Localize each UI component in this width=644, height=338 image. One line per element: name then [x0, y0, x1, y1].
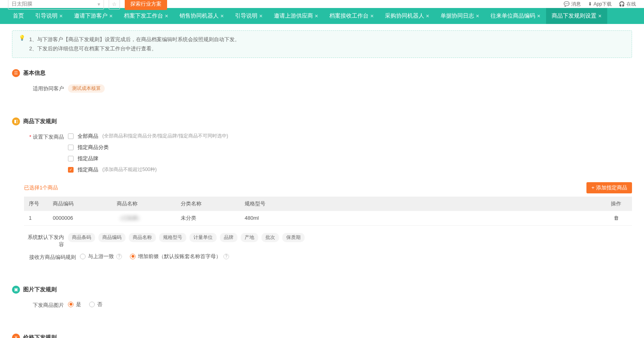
close-icon[interactable]: ✕ [370, 14, 374, 19]
close-icon[interactable]: ✕ [537, 14, 540, 19]
cell-spec: 480ml [240, 211, 600, 226]
radio-add-prefix[interactable] [130, 254, 136, 259]
section-title-price: 价格下发规则 [23, 334, 57, 338]
th-code: 商品编码 [48, 197, 112, 211]
tag-item: 计量单位 [189, 233, 217, 242]
tip-line-2: 2、下发后的详细信息可在档案下发工作台中进行查看。 [29, 44, 240, 53]
nav-tab-archive-send[interactable]: 档案下发工作台✕ [118, 8, 174, 24]
label-customer: 适用协同客户 [24, 84, 64, 92]
tag-item: 商品编码 [98, 233, 126, 242]
app-download-link[interactable]: ⬇App下载 [588, 1, 612, 8]
opt-image-yes: 是 [76, 301, 81, 308]
tag-item: 规格型号 [159, 233, 186, 242]
close-icon[interactable]: ✕ [259, 14, 263, 19]
close-icon[interactable]: ✕ [165, 14, 168, 19]
tip-line-1: 1、与下游客户【商品下发规则】设置完成后，在商品档案编辑时系统会按照规则自动下发… [29, 35, 240, 44]
cell-idx: 1 [24, 211, 48, 226]
th-spec: 规格型号 [240, 197, 600, 211]
opt-all-products: 全部商品 [78, 133, 98, 140]
label-recv-rule: 接收方商品编码规则 [24, 253, 76, 261]
opt-specific-hint: (添加商品不能超过500种) [102, 166, 157, 173]
th-category: 分类名称 [176, 197, 240, 211]
checkbox-category[interactable] [68, 145, 74, 150]
label-set-products: 设置下发商品 [24, 133, 64, 141]
section-icon: ◧ [12, 117, 20, 125]
radio-same-upstream[interactable] [80, 254, 86, 259]
add-product-button[interactable]: + 添加指定商品 [586, 182, 632, 193]
label-send-image: 下发商品图片 [24, 301, 64, 309]
nav-tab-invite-up[interactable]: 邀请上游供应商✕ [268, 8, 324, 24]
opt-same-upstream: 与上游一致 [88, 253, 114, 260]
default-tags-list: 商品条码 商品编码 商品名称 规格型号 计量单位 品牌 产地 批次 保质期 [68, 233, 632, 242]
checkbox-all-products[interactable] [68, 133, 74, 139]
product-table: 序号 商品编码 商品名称 分类名称 规格型号 操作 1 0000006 （已隐藏… [24, 197, 632, 226]
opt-brand: 指定品牌 [78, 155, 98, 162]
close-icon[interactable]: ✕ [109, 14, 113, 19]
close-icon[interactable]: ✕ [426, 14, 429, 19]
plus-icon: + [591, 185, 594, 191]
section-icon: ▣ [12, 286, 20, 294]
tag-item: 保质期 [282, 233, 305, 242]
section-icon: ☰ [12, 69, 20, 77]
download-icon: ⬇ [588, 1, 592, 7]
tag-item: 批次 [261, 233, 279, 242]
radio-image-yes[interactable] [68, 302, 74, 307]
section-icon: ¥ [12, 334, 20, 338]
nav-tab-partner-code[interactable]: 往来单位商品编码✕ [485, 8, 546, 24]
delete-icon[interactable]: 🗑 [614, 215, 619, 221]
th-action: 操作 [600, 197, 632, 211]
nav-tab-sales-bot[interactable]: 销售协同机器人✕ [174, 8, 229, 24]
section-title-basic: 基本信息 [23, 70, 46, 77]
tag-item: 产地 [241, 233, 258, 242]
help-icon[interactable]: ? [116, 254, 122, 259]
cell-name: （已隐藏） [112, 211, 176, 226]
main-nav: 首页 引导说明✕ 邀请下游客户✕ 档案下发工作台✕ 销售协同机器人✕ 引导说明✕… [0, 8, 644, 24]
section-title-image: 图片下发规则 [23, 286, 57, 293]
customer-tag: 测试成本核算 [68, 84, 105, 93]
tag-item: 商品名称 [129, 233, 156, 242]
th-name: 商品名称 [112, 197, 176, 211]
headset-icon: 🎧 [619, 1, 625, 7]
tag-item: 品牌 [220, 233, 237, 242]
table-row: 1 0000006 （已隐藏） 未分类 480ml 🗑 [24, 211, 632, 226]
selected-count: 已选择1个商品 [24, 184, 58, 191]
close-icon[interactable]: ✕ [598, 14, 602, 19]
tag-item: 商品条码 [68, 233, 95, 242]
cell-category: 未分类 [176, 211, 240, 226]
nav-tab-archive-recv[interactable]: 档案接收工作台✕ [324, 8, 379, 24]
nav-tab-invite-down[interactable]: 邀请下游客户✕ [68, 8, 118, 24]
opt-add-prefix: 增加前缀（默认按账套名称首字母） [138, 253, 221, 260]
opt-specific: 指定商品 [78, 166, 98, 173]
close-icon[interactable]: ✕ [315, 14, 318, 19]
opt-category: 指定商品分类 [78, 144, 109, 151]
th-seq: 序号 [24, 197, 48, 211]
opt-image-no: 否 [97, 301, 102, 308]
checkbox-brand[interactable] [68, 156, 74, 161]
online-link[interactable]: 🎧在线 [619, 1, 636, 8]
nav-tab-guide[interactable]: 引导说明✕ [30, 8, 68, 24]
message-icon: 💬 [564, 1, 570, 7]
cell-code: 0000006 [48, 211, 112, 226]
opt-all-hint: (全部商品和指定商品分类/指定品牌/指定商品不可同时选中) [102, 133, 228, 139]
nav-tab-purchase-bot[interactable]: 采购协同机器人✕ [379, 8, 435, 24]
tip-box: 💡 1、与下游客户【商品下发规则】设置完成后，在商品档案编辑时系统会按照规则自动… [12, 30, 632, 58]
nav-tab-rule-setting[interactable]: 商品下发规则设置✕ [546, 8, 607, 24]
nav-home[interactable]: 首页 [7, 8, 30, 24]
search-value: 日太阳膜 [12, 0, 32, 8]
close-icon[interactable]: ✕ [476, 14, 479, 19]
lightbulb-icon: 💡 [19, 35, 25, 54]
nav-tab-doc-log[interactable]: 单据协同日志✕ [435, 8, 485, 24]
label-default-content: 系统默认下发内容 [24, 233, 64, 248]
close-icon[interactable]: ✕ [59, 14, 63, 19]
chevron-down-icon: ▾ [98, 1, 100, 7]
checkbox-specific[interactable] [68, 167, 74, 173]
messages-link[interactable]: 💬消息 [564, 1, 581, 8]
radio-image-no[interactable] [89, 302, 95, 307]
close-icon[interactable]: ✕ [220, 14, 224, 19]
nav-tab-guide2[interactable]: 引导说明✕ [229, 8, 268, 24]
section-title-rule: 商品下发规则 [23, 118, 57, 125]
help-icon[interactable]: ? [223, 254, 229, 259]
